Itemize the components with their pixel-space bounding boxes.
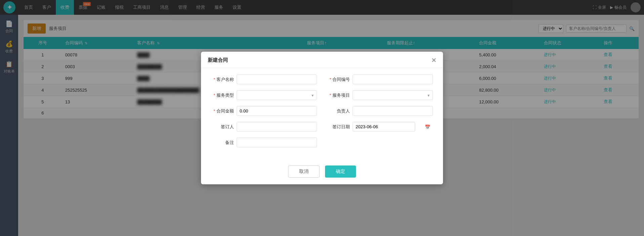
modal-header: 新建合同 ✕ <box>201 52 443 68</box>
cancel-button[interactable]: 取消 <box>288 166 320 178</box>
service-item-select[interactable] <box>353 90 433 100</box>
service-item-form-label: 服务项目 <box>327 92 350 98</box>
service-type-wrapper: ▼ <box>237 90 317 100</box>
form-group-responsible: 负责人 <box>327 106 433 116</box>
contract-amount-input[interactable] <box>237 106 317 116</box>
contract-no-label: 合同编号 <box>327 77 350 83</box>
sign-date-input[interactable] <box>353 122 415 132</box>
date-wrapper: 📅 <box>353 122 433 132</box>
form-group-contract-no: 合同编号 <box>327 75 433 84</box>
form-group-remark: 备注 <box>211 138 317 147</box>
calendar-icon[interactable]: 📅 <box>425 124 430 129</box>
form-row-4: 签订人 签订日期 📅 <box>211 122 433 132</box>
form-row-2: 服务类型 ▼ 服务项目 ▼ <box>211 90 433 100</box>
responsible-person-input[interactable] <box>353 106 433 116</box>
confirm-button[interactable]: 确定 <box>325 166 356 178</box>
remark-label: 备注 <box>211 140 234 146</box>
form-group-service-type: 服务类型 ▼ <box>211 90 317 100</box>
form-row-5: 备注 <box>211 138 433 147</box>
form-group-sign-date: 签订日期 📅 <box>327 122 433 132</box>
modal-footer: 取消 确定 <box>201 160 443 184</box>
customer-name-input[interactable] <box>237 75 317 84</box>
modal-overlay[interactable]: 新建合同 ✕ 客户名称 合同编号 服务类型 <box>0 0 644 236</box>
service-item-wrapper: ▼ <box>353 90 433 100</box>
signatory-label: 签订人 <box>211 124 234 130</box>
sign-date-label: 签订日期 <box>327 124 350 130</box>
service-type-label: 服务类型 <box>211 92 234 98</box>
form-row-1: 客户名称 合同编号 <box>211 75 433 84</box>
modal-body: 客户名称 合同编号 服务类型 ▼ 服务项目 <box>201 68 443 160</box>
contract-no-input[interactable] <box>353 75 433 84</box>
responsible-person-label: 负责人 <box>327 108 350 114</box>
modal-dialog: 新建合同 ✕ 客户名称 合同编号 服务类型 <box>201 52 443 184</box>
form-group-service-item: 服务项目 ▼ <box>327 90 433 100</box>
form-row-3: 合同金额 负责人 <box>211 106 433 116</box>
form-group-signatory: 签订人 <box>211 122 317 132</box>
form-group-customer: 客户名称 <box>211 75 317 84</box>
modal-title: 新建合同 <box>208 57 228 63</box>
contract-amount-label: 合同金额 <box>211 108 234 114</box>
close-button[interactable]: ✕ <box>431 57 436 63</box>
service-type-select[interactable] <box>237 90 317 100</box>
remark-input[interactable] <box>237 138 317 147</box>
form-group-amount: 合同金额 <box>211 106 317 116</box>
signatory-input[interactable] <box>237 122 317 132</box>
customer-name-label: 客户名称 <box>211 77 234 83</box>
